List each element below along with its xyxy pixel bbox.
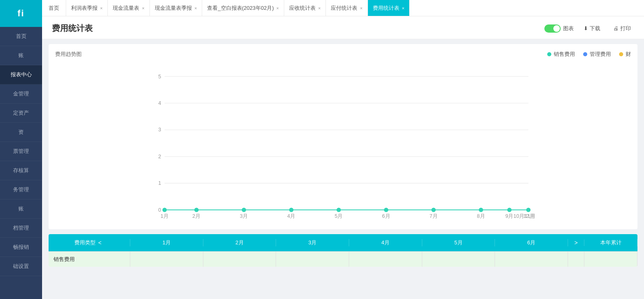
sidebar-item-fund[interactable]: 金管理	[0, 84, 42, 104]
tab-close-cashflow[interactable]: ×	[142, 6, 144, 11]
sidebar-item-inventory[interactable]: 存核算	[0, 161, 42, 180]
tab-cashflow[interactable]: 现金流量表 ×	[108, 0, 149, 16]
sidebar-item-ledger[interactable]: 账	[0, 199, 42, 219]
chart-header-row: 费用趋势图 销售费用 管理费用 财	[55, 51, 631, 63]
chart-point	[194, 208, 199, 212]
td-arrow-0	[568, 252, 584, 267]
table-header-row: 费用类型 < 1月 2月 3月 4月 5月	[49, 234, 637, 251]
chart-area: 5 4 3 2 1 0	[55, 66, 631, 223]
chart-toggle-label: 图表	[563, 25, 574, 32]
th-month-6: 6月	[495, 239, 568, 246]
chart-point	[242, 208, 246, 212]
th-month-4: 4月	[349, 239, 422, 246]
legend-finance: 财	[619, 51, 631, 58]
chart-title: 费用趋势图	[55, 51, 82, 58]
legend-dot-finance	[619, 52, 623, 56]
svg-text:9月: 9月	[505, 213, 513, 219]
td-m5-0	[422, 252, 495, 267]
tab-bar: 首页 利润表季报 × 现金流量表 × 现金流量表季报 × 查看_空白报表(202…	[42, 0, 644, 16]
svg-text:5: 5	[158, 74, 161, 80]
svg-text:0: 0	[158, 207, 161, 213]
sidebar-item-settings[interactable]: 础设置	[0, 257, 42, 276]
th-total: 本年累计	[584, 239, 637, 246]
tab-blank-report[interactable]: 查看_空白报表(2023年02月) ×	[202, 0, 284, 16]
sidebar-item-home[interactable]: 首页	[0, 27, 42, 46]
chart-point	[479, 208, 484, 212]
th-month-5: 5月	[422, 239, 495, 246]
tab-receivable[interactable]: 应收统计表 ×	[284, 0, 326, 16]
svg-text:4月: 4月	[287, 213, 295, 219]
tab-close-profit[interactable]: ×	[100, 6, 103, 11]
svg-text:3月: 3月	[240, 213, 248, 219]
sidebar-item-account[interactable]: 账	[0, 46, 42, 65]
th-month-2: 2月	[203, 239, 276, 246]
td-total-0	[584, 252, 637, 267]
td-m1-0	[130, 252, 203, 267]
sidebar-item-service[interactable]: 务管理	[0, 180, 42, 199]
tab-close-receivable[interactable]: ×	[318, 6, 321, 11]
tab-home[interactable]: 首页	[42, 0, 66, 16]
chart-toggle-wrap[interactable]: 图表	[544, 24, 574, 33]
svg-text:7月: 7月	[430, 213, 438, 219]
chart-point	[163, 208, 167, 212]
td-m4-0	[349, 252, 422, 267]
sidebar-item-expense[interactable]: 畅报销	[0, 238, 42, 257]
tab-payable[interactable]: 应付统计表 ×	[326, 0, 368, 16]
chart-point	[336, 208, 341, 212]
print-icon: 🖨	[613, 25, 619, 31]
expense-table: 费用类型 < 1月 2月 3月 4月 5月	[49, 234, 637, 267]
page-header: 费用统计表 图表 ⬇ 下载 🖨 打印	[42, 16, 644, 39]
app-logo: fi	[0, 0, 42, 27]
chart-svg: 5 4 3 2 1 0	[55, 66, 631, 221]
print-button[interactable]: 🖨 打印	[610, 23, 634, 34]
download-icon: ⬇	[584, 25, 588, 31]
tab-profit[interactable]: 利润表季报 ×	[66, 0, 108, 16]
svg-text:4: 4	[158, 100, 161, 106]
th-type: 费用类型 <	[49, 239, 130, 246]
tab-close-payable[interactable]: ×	[360, 6, 362, 11]
download-button[interactable]: ⬇ 下载	[580, 23, 604, 34]
svg-text:1: 1	[158, 180, 161, 186]
tab-close-expense-stat[interactable]: ×	[402, 6, 404, 11]
svg-text:5月: 5月	[334, 213, 343, 219]
td-m6-0	[495, 252, 568, 267]
chart-point	[384, 208, 388, 212]
svg-text:2月: 2月	[192, 213, 201, 219]
arrow-right[interactable]: >	[572, 239, 580, 246]
table-row: 销售费用	[49, 251, 637, 267]
svg-text:6月: 6月	[382, 213, 390, 219]
svg-text:10月: 10月	[513, 213, 524, 219]
th-month-1: 1月	[130, 239, 203, 246]
tab-close-cashflow-quarter[interactable]: ×	[194, 6, 197, 11]
svg-text:1月: 1月	[160, 213, 169, 219]
chart-point	[431, 208, 436, 212]
arrow-left[interactable]: <	[96, 239, 104, 246]
legend-dot-sales	[547, 52, 551, 56]
legend-dot-admin	[583, 52, 587, 56]
tab-cashflow-quarter[interactable]: 现金流量表季报 ×	[150, 0, 202, 16]
sidebar-item-report-center[interactable]: 报表中心	[0, 65, 42, 84]
page-content: 费用统计表 图表 ⬇ 下载 🖨 打印 费用趋势图	[42, 16, 644, 299]
sidebar: fi 首页 账 报表中心 金管理 定资产 资 票管理 存核算 务管理 账 档管理…	[0, 0, 42, 299]
tab-close-blank-report[interactable]: ×	[276, 6, 279, 11]
svg-text:2: 2	[158, 154, 161, 159]
main-area: 首页 利润表季报 × 现金流量表 × 现金流量表季报 × 查看_空白报表(202…	[42, 0, 644, 299]
legend-sales: 销售费用	[547, 51, 575, 58]
page-title: 费用统计表	[52, 23, 93, 34]
arrow-right-cell[interactable]: >	[568, 239, 584, 246]
svg-text:3: 3	[158, 127, 161, 133]
sidebar-item-archive[interactable]: 档管理	[0, 219, 42, 238]
header-actions: 图表 ⬇ 下载 🖨 打印	[544, 23, 634, 34]
chart-point	[526, 208, 531, 212]
chart-point	[289, 208, 294, 212]
td-m3-0	[276, 252, 349, 267]
th-month-3: 3月	[276, 239, 349, 246]
sidebar-item-invoice[interactable]: 票管理	[0, 142, 42, 161]
chart-toggle[interactable]	[544, 24, 561, 33]
sidebar-item-capital[interactable]: 资	[0, 123, 42, 142]
td-m2-0	[203, 252, 276, 267]
chart-legend: 销售费用 管理费用 财	[547, 51, 631, 58]
sidebar-item-fixed-assets[interactable]: 定资产	[0, 104, 42, 123]
svg-text:8月: 8月	[477, 213, 485, 219]
tab-expense-stat[interactable]: 费用统计表 ×	[368, 0, 410, 16]
